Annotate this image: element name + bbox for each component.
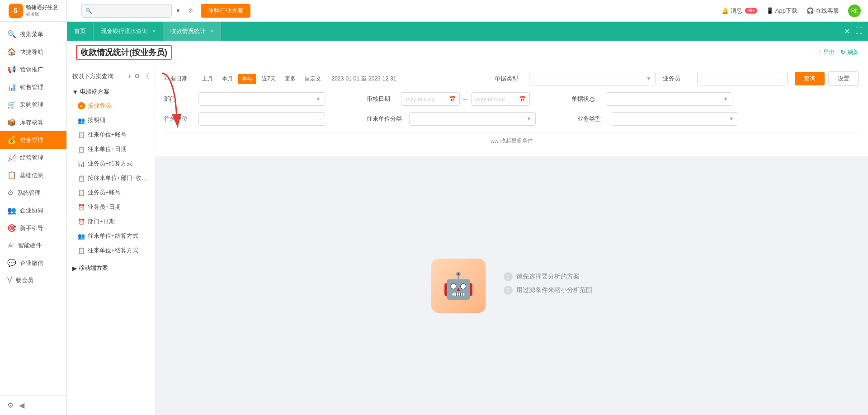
online-service-btn[interactable]: 🎧 在线客服 bbox=[807, 7, 839, 15]
filter-row-1: 单据日期 上月 本月 本年 近7天 更多 自定义 2023-01-01 至 20… bbox=[164, 71, 859, 86]
scheme-item-detail[interactable]: 👥 按明细 bbox=[67, 113, 155, 127]
partner-category-label: 往来单位分类 bbox=[367, 115, 402, 123]
messages-btn[interactable]: 🔔 消息 99+ bbox=[722, 7, 757, 15]
sidebar-item-企业微信[interactable]: 💬企业微信 bbox=[0, 254, 66, 272]
doc-status-select[interactable]: ▼ bbox=[606, 92, 732, 106]
scheme-item-partner-dept[interactable]: 📋 按往来单位+部门+收... bbox=[67, 171, 155, 185]
user-avatar[interactable]: Rit bbox=[848, 5, 861, 17]
trial-button[interactable]: 体验行业方案 bbox=[201, 4, 250, 18]
date-tab-more[interactable]: 更多 bbox=[281, 74, 299, 84]
nav-icon-14: V bbox=[7, 276, 12, 284]
nav-icon-0: 🔍 bbox=[7, 30, 16, 38]
tab-receipt-stats[interactable]: 收款情况统计 × bbox=[163, 22, 221, 41]
scheme-item-partner-dept-label: 按往来单位+部门+收... bbox=[88, 174, 146, 182]
date-tab-custom[interactable]: 自定义 bbox=[301, 74, 325, 84]
nav-icon-4: 🛒 bbox=[7, 100, 16, 109]
sidebar-item-系统管理[interactable]: ⚙系统管理 bbox=[0, 184, 66, 202]
sidebar-settings-icon[interactable]: ⚙ bbox=[7, 401, 14, 410]
header-dropdown[interactable]: ▼ bbox=[175, 8, 181, 14]
page-actions: ↑ 导出 ↻ 刷新 bbox=[819, 48, 859, 57]
partner-category-select[interactable]: ▼ bbox=[409, 112, 536, 126]
filter-area: 单据日期 上月 本月 本年 近7天 更多 自定义 2023-01-01 至 20… bbox=[155, 64, 868, 156]
download-icon: 📱 bbox=[766, 7, 774, 14]
review-date-group: yyyy-mm-dd 📅 — yyyy-mm-dd 📅 bbox=[401, 92, 530, 106]
scheme-item-partner-settlement1[interactable]: 👥 往来单位+结算方式 bbox=[67, 229, 155, 243]
scheme-group-mobile-label: 移动端方案 bbox=[79, 264, 108, 272]
left-panel-icons: + ⚙ 《 bbox=[128, 72, 149, 80]
sidebar-item-库存核算[interactable]: 📦库存核算 bbox=[0, 113, 66, 131]
salesman-arrow: ··· bbox=[779, 75, 783, 82]
nav-label-3: 销售管理 bbox=[20, 83, 43, 91]
review-date-from-text: yyyy-mm-dd bbox=[405, 96, 434, 102]
tab-bank-flow-close[interactable]: × bbox=[152, 28, 156, 34]
date-tab-7days[interactable]: 近7天 bbox=[258, 74, 279, 84]
export-button[interactable]: ↑ 导出 bbox=[819, 48, 835, 57]
date-tab-this-month[interactable]: 本月 bbox=[218, 74, 236, 84]
left-panel: 按以下方案查询 + ⚙ 《 ▼ 电脑端方案 ● 按业务员 👥 bbox=[67, 64, 155, 415]
scheme-group-pc-title[interactable]: ▼ 电脑端方案 bbox=[67, 85, 155, 99]
scheme-item-partner-account[interactable]: 📋 往来单位+账号 bbox=[67, 127, 155, 142]
scheme-item-dept-date[interactable]: ⏰ 部门+日期 bbox=[67, 214, 155, 229]
sidebar-item-企业协同[interactable]: 👥企业协同 bbox=[0, 202, 66, 219]
app-download-btn[interactable]: 📱 App下载 bbox=[766, 7, 797, 15]
sidebar-item-经营管理[interactable]: 📈经营管理 bbox=[0, 149, 66, 166]
calendar2-icon: 📅 bbox=[519, 96, 526, 102]
date-tab-this-year[interactable]: 本年 bbox=[238, 74, 256, 84]
settings-button[interactable]: 设置 bbox=[828, 71, 859, 86]
sidebar-item-销售管理[interactable]: 📊销售管理 bbox=[0, 78, 66, 96]
scheme-item-partner-date[interactable]: 📋 往来单位+日期 bbox=[67, 142, 155, 156]
tab-expand-icon[interactable]: ⛶ bbox=[855, 27, 863, 35]
sidebar-nav: 🔍搜索菜单🏠快捷导航📢营销推广📊销售管理🛒采购管理📦库存核算💰资金管理📈经营管理… bbox=[0, 22, 66, 395]
scheme-settings-icon[interactable]: ⚙ bbox=[134, 72, 140, 80]
date-tab-last-month[interactable]: 上月 bbox=[198, 74, 217, 84]
doc-type-select[interactable]: ▼ bbox=[529, 72, 656, 85]
date-tabs: 上月 本月 本年 近7天 更多 自定义 bbox=[198, 74, 325, 84]
scheme-item-partner-settlement2[interactable]: 📋 往来单位+结算方式 bbox=[67, 243, 155, 258]
collapse-chevron-icon: ∧∧ bbox=[491, 138, 499, 144]
tab-receipt-stats-close[interactable]: × bbox=[210, 28, 213, 34]
collapse-bar[interactable]: ∧∧ 收起更多条件 bbox=[164, 132, 859, 149]
sidebar-item-营销推广[interactable]: 📢营销推广 bbox=[0, 61, 66, 78]
salesman-select[interactable]: ··· bbox=[697, 72, 788, 85]
scheme-item-salesman-account[interactable]: 📋 业务员+账号 bbox=[67, 185, 155, 200]
sidebar-item-快捷导航[interactable]: 🏠快捷导航 bbox=[0, 43, 66, 61]
content-body: 按以下方案查询 + ⚙ 《 ▼ 电脑端方案 ● 按业务员 👥 bbox=[67, 64, 868, 415]
nav-label-2: 营销推广 bbox=[20, 66, 43, 74]
scheme-detail-icon: 👥 bbox=[78, 117, 85, 124]
query-button[interactable]: 查询 bbox=[795, 72, 825, 85]
tab-close-all-icon[interactable]: ✕ bbox=[844, 27, 850, 36]
scheme-group-mobile-title[interactable]: ▶ 移动端方案 bbox=[67, 261, 155, 275]
dept-select[interactable]: ▼ bbox=[198, 92, 325, 106]
nav-icon-10: 👥 bbox=[7, 206, 16, 215]
tip-text-1: 请先选择要分析的方案 bbox=[516, 273, 580, 281]
sidebar-item-畅会员[interactable]: V畅会员 bbox=[0, 272, 66, 289]
scheme-item-salesman-date[interactable]: ⏰ 业务员+日期 bbox=[67, 200, 155, 214]
partner-select[interactable]: ··· bbox=[198, 112, 325, 126]
add-scheme-icon[interactable]: + bbox=[128, 72, 132, 80]
review-date-to[interactable]: yyyy-mm-dd 📅 bbox=[471, 92, 530, 106]
sidebar-item-基础信息[interactable]: 📋基础信息 bbox=[0, 166, 66, 184]
scheme-item-salesman[interactable]: ● 按业务员 bbox=[67, 99, 155, 113]
sidebar-collapse-icon[interactable]: ◀ bbox=[19, 401, 24, 410]
nav-label-9: 系统管理 bbox=[17, 189, 41, 197]
sidebar-item-搜索菜单[interactable]: 🔍搜索菜单 bbox=[0, 25, 66, 43]
scheme-item-salesman-payment[interactable]: 📊 业务员+结算方式 bbox=[67, 156, 155, 171]
sidebar-item-新手引导[interactable]: 🎯新手引导 bbox=[0, 219, 66, 237]
refresh-button[interactable]: ↻ 刷新 bbox=[840, 48, 859, 57]
refresh-icon: ↻ bbox=[840, 49, 845, 56]
app-edition: 标准版 bbox=[26, 11, 58, 18]
sidebar-item-智能硬件[interactable]: 🖨智能硬件 bbox=[0, 237, 66, 254]
header-gear-icon[interactable]: ⚙ bbox=[188, 7, 193, 14]
left-panel-title: 按以下方案查询 bbox=[72, 72, 113, 80]
tab-home[interactable]: 首页 bbox=[67, 22, 94, 41]
chevron-right-icon: ▶ bbox=[72, 265, 77, 272]
doc-status-arrow: ▼ bbox=[723, 96, 728, 102]
sidebar-item-资金管理[interactable]: 💰资金管理 bbox=[0, 131, 66, 149]
scheme-collapse-icon[interactable]: 《 bbox=[143, 72, 149, 80]
biz-type-select[interactable]: ▼ bbox=[612, 112, 738, 126]
tab-bank-flow[interactable]: 现金银行流水查询 × bbox=[94, 22, 163, 41]
header-search[interactable]: 🔍 bbox=[81, 4, 172, 18]
review-date-from[interactable]: yyyy-mm-dd 📅 bbox=[401, 92, 460, 106]
biz-type-label: 业务类型 bbox=[577, 115, 604, 123]
sidebar-item-采购管理[interactable]: 🛒采购管理 bbox=[0, 96, 66, 113]
